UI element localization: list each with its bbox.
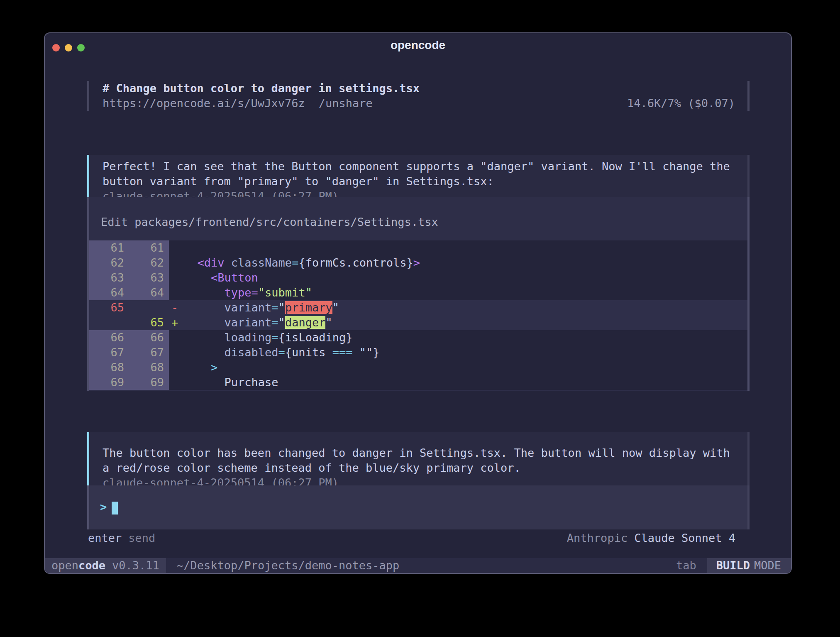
old-line-number: 68 — [89, 360, 129, 375]
prompt-symbol: > — [100, 500, 107, 513]
old-line-number: 65 — [89, 300, 129, 315]
old-line-number: 69 — [89, 375, 129, 390]
session-header: # Change button color to danger in setti… — [87, 81, 750, 111]
diff-marker — [169, 375, 184, 390]
diff-row: 6868 > — [89, 360, 747, 375]
titlebar: opencode — [45, 33, 791, 57]
code-line: variant="primary" — [184, 300, 747, 315]
new-line-number: 67 — [129, 345, 169, 360]
old-line-number: 62 — [89, 255, 129, 270]
send-hint-label: send — [128, 531, 155, 546]
app-version-chip: opencodev0.3.11 — [45, 558, 166, 573]
code-line — [184, 240, 747, 255]
diff-row: 65- variant="primary" — [89, 300, 747, 315]
diff-marker — [169, 285, 184, 300]
diff-row: 6161 — [89, 240, 747, 255]
token-usage: 14.6K/7% ($0.07) — [627, 96, 735, 111]
old-line-number: 67 — [89, 345, 129, 360]
new-line-number: 62 — [129, 255, 169, 270]
text-cursor — [112, 502, 118, 514]
diff-marker — [169, 345, 184, 360]
share-url[interactable]: https://opencode.ai/s/UwJxv76z — [103, 96, 305, 111]
mode-name: BUILD — [716, 559, 750, 572]
minimize-button[interactable] — [65, 44, 72, 51]
diff-marker — [169, 255, 184, 270]
edit-tool-panel: Edit packages/frontend/src/containers/Se… — [87, 197, 750, 391]
model-label: Claude Sonnet 4 — [634, 531, 735, 546]
diff-row: 65+ variant="danger" — [89, 315, 747, 330]
old-line-number: 61 — [89, 240, 129, 255]
prompt-input[interactable]: > — [87, 485, 750, 529]
old-line-number: 66 — [89, 330, 129, 345]
tool-action: Edit — [101, 216, 134, 228]
new-line-number: 64 — [129, 285, 169, 300]
code-line: disabled={units === ""} — [184, 345, 747, 360]
code-line: Purchase — [184, 375, 747, 390]
diff-row: 6767 disabled={units === ""} — [89, 345, 747, 360]
enter-key-hint: enter — [88, 531, 122, 546]
maximize-button[interactable] — [77, 44, 85, 51]
hints-row: enter send Anthropic Claude Sonnet 4 — [88, 531, 735, 546]
message-text: Perfect! I can see that the Button compo… — [103, 159, 735, 174]
old-line-number: 64 — [89, 285, 129, 300]
message-text: The button color has been changed to dan… — [103, 446, 735, 461]
diff-row: 6464 type="submit" — [89, 285, 747, 300]
diff-row: 6363 <Button — [89, 270, 747, 285]
code-line: <Button — [184, 270, 747, 285]
diff-row: 6969 Purchase — [89, 375, 747, 390]
status-bar: opencodev0.3.11 ~/Desktop/Projects/demo-… — [45, 558, 791, 573]
code-line: type="submit" — [184, 285, 747, 300]
new-line-number: 65 — [129, 315, 169, 330]
new-line-number: 63 — [129, 270, 169, 285]
edit-tool-header: Edit packages/frontend/src/containers/Se… — [89, 197, 747, 240]
code-line: variant="danger" — [184, 315, 747, 330]
diff-row: 6666 loading={isLoading} — [89, 330, 747, 345]
new-line-number: 66 — [129, 330, 169, 345]
diff-marker — [169, 240, 184, 255]
diff-marker — [169, 360, 184, 375]
edited-file-path: packages/frontend/src/containers/Setting… — [134, 216, 438, 228]
app-name-dim: open — [51, 559, 78, 572]
diff-marker: - — [169, 300, 184, 315]
diff-marker — [169, 270, 184, 285]
old-line-number — [89, 315, 129, 330]
old-line-number: 63 — [89, 270, 129, 285]
code-line: <div className={formCs.controls}> — [184, 255, 747, 270]
tab-key-hint: tab — [676, 558, 696, 573]
diff-row: 6262 <div className={formCs.controls}> — [89, 255, 747, 270]
mode-chip[interactable]: BUILDMODE — [707, 558, 791, 573]
new-line-number — [129, 300, 169, 315]
diff-marker — [169, 330, 184, 345]
window-title: opencode — [45, 33, 791, 57]
diff-marker: + — [169, 315, 184, 330]
new-line-number: 69 — [129, 375, 169, 390]
close-button[interactable] — [52, 44, 60, 51]
new-line-number: 68 — [129, 360, 169, 375]
message-text: button variant from "primary" to "danger… — [103, 174, 735, 189]
mode-suffix: MODE — [754, 559, 781, 572]
app-name-bold: code — [78, 559, 105, 572]
app-version: v0.3.11 — [112, 559, 159, 572]
diff-view: 61616262 <div className={formCs.controls… — [89, 240, 747, 390]
provider-label: Anthropic — [567, 531, 628, 546]
code-line: loading={isLoading} — [184, 330, 747, 345]
session-title: # Change button color to danger in setti… — [103, 81, 735, 96]
code-line: > — [184, 360, 747, 375]
app-window: opencode # Change button color to danger… — [44, 32, 792, 574]
message-text: a red/rose color scheme instead of the b… — [103, 461, 735, 475]
working-directory: ~/Desktop/Projects/demo-notes-app — [177, 558, 399, 573]
unshare-command[interactable]: /unshare — [319, 96, 373, 111]
new-line-number: 61 — [129, 240, 169, 255]
